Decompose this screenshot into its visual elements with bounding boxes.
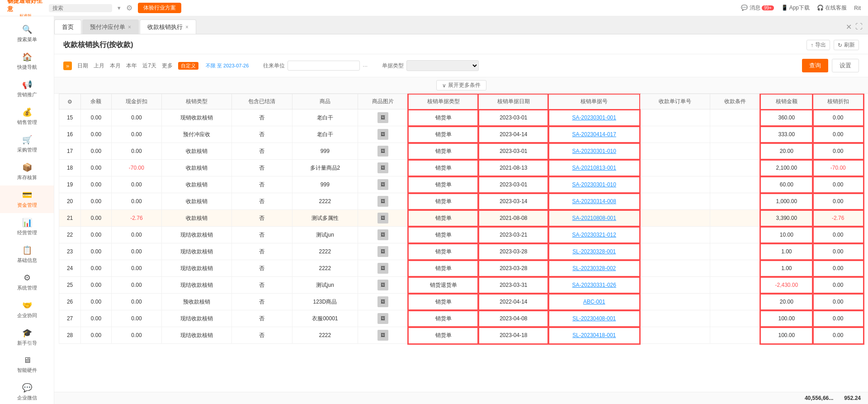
tab-close-btn[interactable]: ✕ (846, 23, 852, 31)
cell-no: 16 (59, 126, 81, 143)
cell-goods-img: 🖼 (358, 126, 408, 143)
expand-conditions-btn[interactable]: ∨ 展开更多条件 (436, 80, 486, 90)
cell-doc-no[interactable]: SA-20230331-026 (548, 277, 640, 294)
custom-date-btn[interactable]: 自定义 (178, 62, 198, 70)
cell-doc-no[interactable]: SL-20230408-001 (548, 310, 640, 327)
last-month-btn[interactable]: 上月 (94, 62, 104, 70)
cell-receipt-order-no (640, 193, 710, 210)
col-header-gear[interactable]: ⚙ (59, 94, 81, 109)
cell-balance: 0.00 (81, 210, 112, 227)
table-wrapper[interactable]: ⚙ 余额 现金折扣 核销类型 包含已结清 商品 商品图片 核销单据类型 核销单据… (54, 94, 868, 392)
cell-cash-discount: -2.76 (111, 210, 161, 227)
tab-fullscreen-btn[interactable]: ⛶ (855, 23, 863, 31)
sidebar-item-collab[interactable]: 🤝 企业协同 (0, 296, 54, 323)
cell-writeoff-amount: 3,390.00 (760, 210, 813, 227)
settings-btn[interactable]: 设置 (832, 59, 859, 72)
gear-icon[interactable]: ⚙ (67, 99, 72, 105)
cell-doc-no[interactable]: SL-20230328-001 (548, 243, 640, 260)
sidebar-item-sales[interactable]: 💰 销售管理 (0, 103, 54, 130)
online-service-btn[interactable]: 🎧 在线客服 (817, 4, 847, 12)
industry-btn[interactable]: 体验行业方案 (138, 3, 181, 13)
cell-doc-type: 销货单 (408, 109, 478, 126)
sidebar-item-search[interactable]: 🔍 搜索菜单 (0, 20, 54, 48)
cell-doc-no[interactable]: SA-20230301-001 (548, 109, 640, 126)
sidebar-item-guide[interactable]: 🎓 新手引导 (0, 323, 54, 351)
cell-doc-type: 销货退货单 (408, 277, 478, 294)
tab-home[interactable]: 首页 (54, 19, 81, 34)
tab-prepay[interactable]: 预付冲应付单 × (82, 19, 139, 34)
last7days-btn[interactable]: 近7天 (142, 62, 156, 70)
tab-close-writeoff[interactable]: × (185, 24, 189, 30)
sidebar-item-marketing[interactable]: 📢 营销推广 (0, 75, 54, 103)
export-btn[interactable]: ↑ 导出 (807, 40, 830, 50)
sidebar-item-system[interactable]: ⚙ 系统管理 (0, 268, 54, 296)
cell-writeoff-amount: 10.00 (760, 227, 813, 243)
sidebar-item-operation[interactable]: 📊 经营管理 (0, 213, 54, 241)
filter-toggle-btn[interactable]: » (63, 62, 72, 70)
app-download-btn[interactable]: 📱 App下载 (781, 4, 810, 12)
sidebar-item-inventory[interactable]: 📦 库存核算 (0, 158, 54, 185)
cell-doc-no[interactable]: ABC-001 (548, 294, 640, 310)
export-icon: ↑ (811, 42, 813, 48)
cell-doc-no[interactable]: SA-20210808-001 (548, 210, 640, 227)
cell-goods: 2222 (292, 193, 358, 210)
cell-doc-no[interactable]: SA-20230321-012 (548, 227, 640, 243)
this-month-btn[interactable]: 本月 (110, 62, 121, 70)
cell-goods: 测试多属性 (292, 210, 358, 227)
cell-doc-no[interactable]: SA-20210813-001 (548, 160, 640, 176)
cell-no: 17 (59, 143, 81, 160)
gear-icon[interactable]: ⚙ (126, 4, 132, 12)
cell-receipt-order-no (640, 160, 710, 176)
cell-goods-img: 🖼 (358, 160, 408, 176)
cell-writeoff-type: 预收款核销 (162, 294, 232, 310)
message-btn[interactable]: 💬 消息 99+ (741, 4, 774, 12)
sidebar-item-hardware[interactable]: 🖥 智能硬件 (0, 351, 54, 378)
cell-doc-no[interactable]: SA-20230414-017 (548, 126, 640, 143)
cell-writeoff-amount: 333.00 (760, 126, 813, 143)
sidebar-item-finance[interactable]: 💳 资金管理 (0, 185, 54, 213)
cell-goods: 999 (292, 176, 358, 193)
cell-doc-no[interactable]: SA-20230301-010 (548, 176, 640, 193)
cell-goods: 老白干 (292, 126, 358, 143)
unit-dots[interactable]: ··· (363, 62, 368, 69)
unit-input[interactable] (288, 61, 360, 71)
tab-close-prepay[interactable]: × (128, 24, 131, 30)
cell-goods-img: 🖼 (358, 310, 408, 327)
table-row: 20 0.00 0.00 收款核销 否 2222 🖼 销货单 2023-03-1… (59, 193, 863, 210)
cell-receipt-condition (710, 160, 760, 176)
cell-writeoff-discount: 0.00 (813, 277, 863, 294)
cell-doc-type: 销货单 (408, 260, 478, 277)
sidebar-item-basic[interactable]: 📋 基础信息 (0, 241, 54, 268)
cell-writeoff-type: 预付冲应收 (162, 126, 232, 143)
cell-doc-type: 销货单 (408, 327, 478, 344)
refresh-btn[interactable]: ↻ 刷新 (834, 40, 859, 50)
cell-doc-no[interactable]: SL-20230418-001 (548, 327, 640, 344)
tab-writeoff[interactable]: 收款核销执行 × (140, 19, 196, 34)
cell-balance: 0.00 (81, 227, 112, 243)
sidebar-item-nav[interactable]: 🏠 快捷导航 (0, 48, 54, 75)
col-header-doc-no: 核销单据号 (548, 94, 640, 109)
cell-doc-type: 销货单 (408, 160, 478, 176)
cell-cash-discount: 0.00 (111, 310, 161, 327)
cell-doc-date: 2023-03-28 (478, 243, 548, 260)
cell-doc-no[interactable]: SA-20230314-008 (548, 193, 640, 210)
table-row: 17 0.00 0.00 收款核销 否 999 🖼 销货单 2023-03-01… (59, 143, 863, 160)
cell-include-settled: 否 (232, 227, 292, 243)
cell-writeoff-discount: 0.00 (813, 126, 863, 143)
unit-label: 往来单位 (263, 62, 285, 70)
search-input[interactable] (49, 4, 112, 12)
cell-balance: 0.00 (81, 260, 112, 277)
sidebar-item-wechat[interactable]: 💬 企业微信 (0, 378, 54, 404)
table-row: 16 0.00 0.00 预付冲应收 否 老白干 🖼 销货单 2023-04-1… (59, 126, 863, 143)
cell-balance: 0.00 (81, 327, 112, 344)
more-btn[interactable]: 更多 (162, 62, 173, 70)
sidebar-item-purchase[interactable]: 🛒 采购管理 (0, 130, 54, 158)
this-year-btn[interactable]: 本年 (126, 62, 137, 70)
query-btn[interactable]: 查询 (802, 59, 828, 72)
dropdown-icon[interactable]: ▾ (118, 5, 121, 11)
type-select[interactable] (406, 60, 479, 71)
cell-doc-no[interactable]: SL-20230328-002 (548, 260, 640, 277)
cell-include-settled: 否 (232, 277, 292, 294)
cell-doc-no[interactable]: SA-20230301-010 (548, 143, 640, 160)
col-header-receipt-condition: 收款条件 (710, 94, 760, 109)
